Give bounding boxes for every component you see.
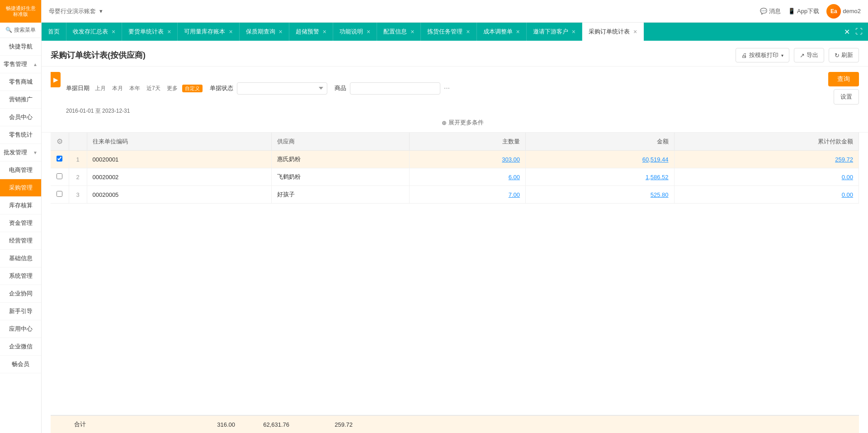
- logo-text: 畅捷通好生意: [6, 5, 36, 11]
- tab-close-icon[interactable]: ×: [516, 28, 520, 35]
- tab-config-info[interactable]: 配置信息 ×: [377, 23, 421, 41]
- row-amount[interactable]: 60,519.44: [526, 151, 675, 168]
- col-main-qty: 主数量: [410, 133, 526, 151]
- filter-settings-button[interactable]: 设置: [834, 89, 859, 105]
- sidebar-item-member-center[interactable]: 会员中心: [0, 109, 41, 126]
- row-supplier-code: 00020001: [87, 151, 271, 168]
- row-main-qty[interactable]: 7.00: [410, 186, 526, 204]
- sidebar-item-purchase-mgmt[interactable]: 采购管理: [0, 179, 41, 197]
- row-amount[interactable]: 1,586.52: [526, 168, 675, 186]
- tab-close-icon[interactable]: ×: [466, 28, 470, 35]
- sidebar-item-label: 零售统计: [9, 131, 33, 139]
- sidebar-item-app-center[interactable]: 应用中心: [0, 320, 41, 338]
- row-paid-amount[interactable]: 259.72: [674, 151, 859, 168]
- sidebar-item-label: 企业微信: [9, 343, 33, 351]
- row-paid-amount[interactable]: 0.00: [674, 186, 859, 204]
- sidebar-item-quick-nav[interactable]: 快捷导航: [0, 38, 41, 56]
- date-badge[interactable]: 自定义: [182, 85, 203, 92]
- tabs-expand-icon[interactable]: ⛶: [854, 27, 864, 37]
- sidebar-item-enterprise-wechat[interactable]: 企业微信: [0, 338, 41, 356]
- tab-close-icon[interactable]: ×: [367, 28, 370, 35]
- row-checkbox[interactable]: [51, 168, 69, 186]
- query-button[interactable]: 查询: [828, 72, 859, 86]
- expand-more-btn[interactable]: ⊕ 展开更多条件: [442, 119, 484, 127]
- tab-cost-adjust[interactable]: 成本调整单 ×: [477, 23, 527, 41]
- tab-pick-task[interactable]: 拣货任务管理 ×: [421, 23, 476, 41]
- sidebar-item-wholesale-mgmt[interactable]: 批发管理 ▼: [0, 144, 41, 162]
- page-title: 采购订单统计表(按供应商): [51, 50, 146, 61]
- sidebar-item-retail-mgmt[interactable]: 零售管理 ▲: [0, 56, 41, 73]
- status-filter-label: 单据状态: [210, 84, 233, 92]
- print-button[interactable]: 🖨 按模板打印 ▾: [736, 48, 789, 62]
- sidebar-item-new-guide[interactable]: 新手引导: [0, 303, 41, 320]
- row-amount[interactable]: 525.80: [526, 186, 675, 204]
- date-shortcut-this-month[interactable]: 本月: [110, 84, 125, 93]
- sidebar-item-member[interactable]: 畅会员: [0, 356, 41, 373]
- date-shortcut-this-year[interactable]: 本年: [127, 84, 142, 93]
- tab-close-icon[interactable]: ×: [167, 28, 171, 35]
- workspace-selector[interactable]: 母婴行业演示账套 ▾: [49, 7, 103, 15]
- tab-func-desc[interactable]: 功能说明 ×: [333, 23, 377, 41]
- tab-close-icon[interactable]: ×: [279, 28, 283, 35]
- sidebar-item-retail-shop[interactable]: 零售商城: [0, 73, 41, 91]
- tabs-close-icon[interactable]: ✕: [842, 27, 852, 37]
- col-gear[interactable]: ⚙: [51, 133, 69, 151]
- sidebar-search[interactable]: 🔍 搜索菜单: [0, 23, 41, 38]
- row-checkbox[interactable]: [51, 186, 69, 204]
- date-shortcut-more[interactable]: 更多: [165, 84, 179, 93]
- tab-invite-customer[interactable]: 邀请下游客户 ×: [527, 23, 582, 41]
- tab-order-stats[interactable]: 要货单统计表 ×: [122, 23, 178, 41]
- refresh-button[interactable]: ↻ 刷新: [829, 48, 859, 62]
- tab-close-icon[interactable]: ×: [633, 28, 637, 35]
- sidebar-item-system-mgmt[interactable]: 系统管理: [0, 267, 41, 285]
- search-icon: 🔍: [5, 27, 12, 33]
- tab-close-icon[interactable]: ×: [410, 28, 414, 35]
- app-download-label: App下载: [797, 7, 819, 15]
- row-paid-amount[interactable]: 0.00: [674, 168, 859, 186]
- message-btn[interactable]: 💬 消息: [760, 7, 781, 15]
- date-filter-group: 单据日期 上月 本月 本年 近7天 更多 自定义: [66, 84, 203, 93]
- sidebar-item-enterprise-collab[interactable]: 企业协同: [0, 285, 41, 303]
- sidebar-logo: 畅捷通好生意 标准版: [0, 0, 41, 23]
- date-range-text: 2016-01-01 至 2023-12-31: [66, 108, 130, 114]
- sidebar-item-inventory-check[interactable]: 库存核算: [0, 197, 41, 214]
- tab-receive-pay[interactable]: 收发存汇总表 ×: [66, 23, 122, 41]
- sidebar-item-basic-info[interactable]: 基础信息: [0, 250, 41, 267]
- user-menu[interactable]: Ea demo2: [826, 4, 861, 19]
- tab-home[interactable]: 首页: [42, 23, 66, 41]
- tab-close-icon[interactable]: ×: [323, 28, 326, 35]
- row-main-qty[interactable]: 6.00: [410, 168, 526, 186]
- sidebar-item-retail-stats[interactable]: 零售统计: [0, 126, 41, 144]
- tab-purchase-order-stats[interactable]: 采购订单统计表 ×: [582, 23, 644, 41]
- tab-available-inventory[interactable]: 可用量库存账本 ×: [178, 23, 239, 41]
- app-download-btn[interactable]: 📱 App下载: [788, 7, 819, 15]
- export-button[interactable]: ↗ 导出: [794, 48, 824, 62]
- sidebar-item-label: 应用中心: [9, 325, 33, 333]
- sidebar-item-label: 畅会员: [12, 360, 29, 368]
- tab-close-icon[interactable]: ×: [229, 28, 232, 35]
- more-options-icon[interactable]: ···: [444, 84, 450, 92]
- sidebar-item-label: 系统管理: [9, 272, 33, 280]
- tab-expiry-query[interactable]: 保质期查询 ×: [240, 23, 289, 41]
- sidebar-item-label: 基础信息: [9, 254, 33, 262]
- row-main-qty[interactable]: 303.00: [410, 151, 526, 168]
- top-header: 母婴行业演示账套 ▾ 💬 消息 📱 App下载 Ea demo2: [42, 0, 868, 23]
- sidebar-item-ops-mgmt[interactable]: 经营管理: [0, 232, 41, 250]
- filter-toggle-btn[interactable]: ▶: [51, 72, 61, 87]
- row-checkbox[interactable]: [51, 151, 69, 168]
- tab-close-icon[interactable]: ×: [572, 28, 576, 35]
- goods-input[interactable]: [350, 82, 440, 95]
- sidebar-item-finance-mgmt[interactable]: 资金管理: [0, 214, 41, 232]
- sidebar-item-label: 批发管理: [4, 148, 27, 157]
- chevron-down-icon: ⊕: [442, 119, 447, 126]
- date-shortcut-prev-month[interactable]: 上月: [93, 84, 108, 93]
- filter-area: ▶ 单据日期 上月 本月 本年 近7天 更多 自定义: [42, 67, 868, 133]
- tab-overstock-warning[interactable]: 超储预警 ×: [289, 23, 333, 41]
- workspace-arrow-icon: ▾: [99, 8, 103, 14]
- status-select[interactable]: [237, 82, 327, 95]
- column-settings-icon[interactable]: ⚙: [57, 138, 63, 145]
- sidebar-item-ecommerce-mgmt[interactable]: 电商管理: [0, 162, 41, 179]
- tab-close-icon[interactable]: ×: [112, 28, 115, 35]
- date-shortcut-7days[interactable]: 近7天: [145, 84, 162, 93]
- sidebar-item-marketing[interactable]: 营销推广: [0, 91, 41, 109]
